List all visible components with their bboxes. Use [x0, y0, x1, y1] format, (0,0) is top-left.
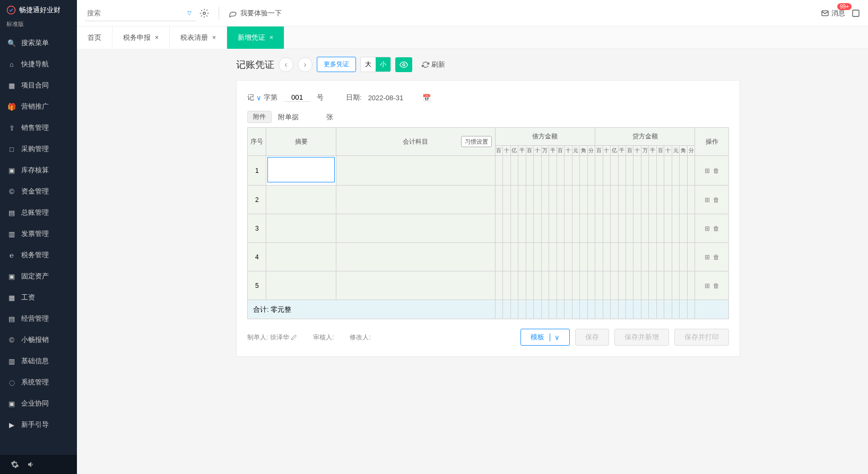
sidebar-item-7[interactable]: ©资金管理: [0, 181, 77, 202]
digit-cell[interactable]: [510, 186, 518, 214]
next-button[interactable]: ›: [298, 57, 313, 72]
digit-cell[interactable]: [587, 186, 595, 214]
digit-cell[interactable]: [603, 243, 610, 271]
digit-cell[interactable]: [672, 243, 679, 271]
digit-cell[interactable]: [641, 214, 648, 243]
digit-cell[interactable]: [580, 186, 587, 214]
subject-cell[interactable]: [336, 214, 495, 243]
digit-cell[interactable]: [649, 214, 656, 243]
size-large-button[interactable]: 大: [361, 57, 376, 72]
digit-cell[interactable]: [672, 186, 679, 214]
save-and-print-button[interactable]: 保存并打印: [674, 329, 729, 346]
digit-cell[interactable]: [549, 243, 557, 271]
summary-cell[interactable]: [266, 214, 336, 243]
digit-cell[interactable]: [649, 243, 656, 271]
digit-cell[interactable]: [687, 156, 695, 186]
digit-cell[interactable]: [565, 156, 572, 186]
summary-cell[interactable]: [266, 243, 336, 271]
digit-cell[interactable]: [495, 214, 502, 243]
digit-cell[interactable]: [565, 271, 572, 300]
habit-button[interactable]: 习惯设置: [461, 136, 492, 147]
gear-footer-icon[interactable]: [11, 460, 19, 469]
more-voucher-button[interactable]: 更多凭证: [317, 57, 356, 72]
digit-cell[interactable]: [518, 186, 526, 214]
digit-cell[interactable]: [557, 214, 564, 243]
digit-cell[interactable]: [510, 156, 518, 186]
digit-cell[interactable]: [495, 271, 502, 300]
digit-cell[interactable]: [611, 214, 618, 243]
sidebar-item-9[interactable]: ▥发票管理: [0, 223, 77, 244]
tab-2[interactable]: 税表清册×: [170, 27, 227, 49]
digit-cell[interactable]: [603, 271, 610, 300]
delete-row-icon[interactable]: 🗑: [713, 167, 719, 174]
try-button[interactable]: 我要体验一下: [229, 8, 282, 18]
sidebar-item-17[interactable]: ▣企业协同: [0, 393, 77, 414]
digit-cell[interactable]: [572, 214, 579, 243]
digit-cell[interactable]: [664, 156, 672, 186]
digit-cell[interactable]: [510, 243, 518, 271]
voucher-number-input[interactable]: [284, 93, 310, 102]
digit-cell[interactable]: [687, 243, 695, 271]
digit-cell[interactable]: [580, 156, 587, 186]
digit-cell[interactable]: [526, 214, 533, 243]
digit-cell[interactable]: [510, 271, 518, 300]
digit-cell[interactable]: [687, 271, 695, 300]
digit-cell[interactable]: [595, 243, 603, 271]
digit-cell[interactable]: [641, 186, 648, 214]
digit-cell[interactable]: [580, 243, 587, 271]
tab-close-icon[interactable]: ×: [155, 34, 159, 41]
message-button[interactable]: 消息 99+: [821, 8, 845, 18]
digit-cell[interactable]: [595, 271, 603, 300]
subject-cell[interactable]: [336, 156, 495, 186]
digit-cell[interactable]: [626, 271, 633, 300]
digit-cell[interactable]: [503, 186, 510, 214]
sidebar-item-14[interactable]: ©小畅报销: [0, 329, 77, 350]
digit-cell[interactable]: [565, 214, 572, 243]
digit-cell[interactable]: [549, 214, 557, 243]
digit-cell[interactable]: [580, 271, 587, 300]
digit-cell[interactable]: [649, 156, 656, 186]
digit-cell[interactable]: [549, 186, 557, 214]
digit-cell[interactable]: [510, 214, 518, 243]
digit-cell[interactable]: [649, 186, 656, 214]
sidebar-item-0[interactable]: 🔍搜索菜单: [0, 32, 77, 54]
copy-row-icon[interactable]: ⊞: [705, 225, 710, 232]
digit-cell[interactable]: [595, 214, 603, 243]
digit-cell[interactable]: [656, 186, 664, 214]
digit-cell[interactable]: [633, 243, 641, 271]
digit-cell[interactable]: [541, 186, 549, 214]
digit-cell[interactable]: [656, 214, 664, 243]
digit-cell[interactable]: [549, 156, 557, 186]
sidebar-item-5[interactable]: □采购管理: [0, 138, 77, 160]
sidebar-item-3[interactable]: 🎁营销推广: [0, 96, 77, 117]
sidebar-item-6[interactable]: ▣库存核算: [0, 160, 77, 181]
digit-cell[interactable]: [587, 271, 595, 300]
attachment-button[interactable]: 附件: [247, 111, 272, 123]
subject-cell[interactable]: [336, 186, 495, 214]
digit-cell[interactable]: [603, 214, 610, 243]
voucher-type-dropdown-icon[interactable]: ∨: [256, 94, 262, 102]
copy-row-icon[interactable]: ⊞: [705, 167, 710, 174]
digit-cell[interactable]: [680, 214, 687, 243]
digit-cell[interactable]: [503, 271, 510, 300]
copy-row-icon[interactable]: ⊞: [705, 282, 710, 289]
copy-row-icon[interactable]: ⊞: [705, 253, 710, 261]
digit-cell[interactable]: [656, 243, 664, 271]
digit-cell[interactable]: [611, 156, 618, 186]
digit-cell[interactable]: [633, 156, 641, 186]
preview-button[interactable]: [395, 57, 412, 72]
digit-cell[interactable]: [633, 214, 641, 243]
digit-cell[interactable]: [526, 271, 533, 300]
digit-cell[interactable]: [611, 271, 618, 300]
digit-cell[interactable]: [680, 271, 687, 300]
digit-cell[interactable]: [680, 156, 687, 186]
digit-cell[interactable]: [541, 243, 549, 271]
voucher-date-input[interactable]: [368, 94, 416, 102]
digit-cell[interactable]: [626, 186, 633, 214]
digit-cell[interactable]: [618, 214, 626, 243]
size-small-button[interactable]: 小: [376, 57, 390, 72]
digit-cell[interactable]: [626, 156, 633, 186]
subject-cell[interactable]: [336, 243, 495, 271]
digit-cell[interactable]: [518, 156, 526, 186]
digit-cell[interactable]: [549, 271, 557, 300]
